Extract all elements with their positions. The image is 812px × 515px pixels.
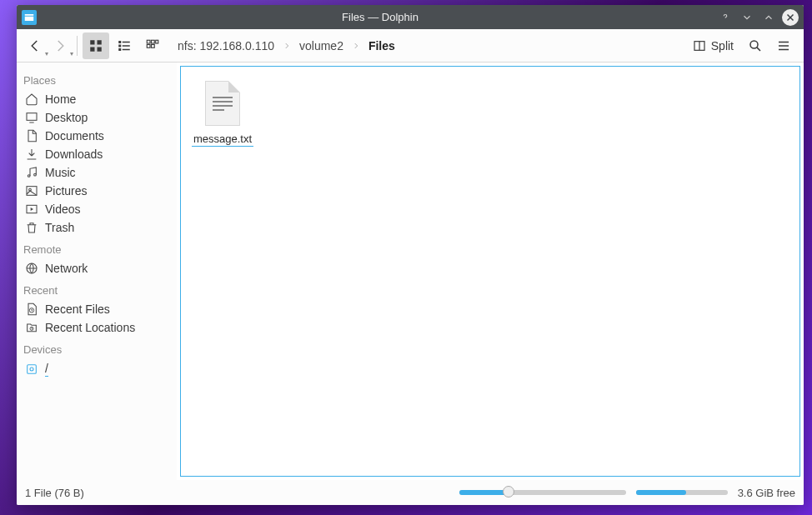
svg-rect-5 — [123, 41, 130, 42]
help-button[interactable] — [717, 9, 734, 26]
breadcrumb-item[interactable]: Files — [365, 38, 398, 54]
svg-point-16 — [750, 41, 758, 48]
sidebar-item-label: Music — [45, 166, 76, 179]
app-icon — [22, 10, 37, 25]
file-name-label: message.txt — [192, 132, 253, 147]
breadcrumb-item[interactable]: nfs: 192.168.0.110 — [174, 38, 278, 54]
places-panel: PlacesHomeDesktopDocumentsDownloadsMusic… — [17, 62, 177, 480]
svg-point-27 — [30, 368, 33, 371]
sidebar-item-desktop[interactable]: Desktop — [17, 108, 177, 127]
svg-rect-4 — [118, 41, 121, 43]
separator — [77, 36, 78, 56]
svg-rect-9 — [123, 48, 130, 50]
svg-rect-6 — [118, 44, 121, 47]
chevron-right-icon — [350, 42, 362, 50]
icons-view-button[interactable] — [83, 32, 109, 59]
home-icon — [25, 92, 38, 106]
picture-icon — [25, 184, 38, 198]
sidebar-item-home[interactable]: Home — [17, 90, 177, 108]
sidebar-item-videos[interactable]: Videos — [17, 200, 177, 218]
sidebar-item-label: Downloads — [45, 148, 103, 161]
recent-file-icon — [25, 302, 38, 316]
status-info: 1 File (76 B) — [25, 487, 449, 499]
breadcrumb-item[interactable]: volume2 — [296, 38, 347, 54]
compact-view-button[interactable] — [111, 32, 138, 59]
zoom-slider[interactable] — [459, 490, 626, 495]
svg-rect-7 — [123, 45, 130, 47]
split-button[interactable]: Split — [686, 36, 740, 56]
sidebar-item-trash[interactable]: Trash — [17, 218, 177, 237]
network-icon — [25, 262, 38, 275]
split-label: Split — [711, 39, 734, 52]
sidebar-section-remote: Remote — [17, 237, 177, 259]
content-area: PlacesHomeDesktopDocumentsDownloadsMusic… — [17, 62, 804, 480]
disk-usage-bar — [636, 490, 728, 495]
sidebar-item-documents[interactable]: Documents — [17, 127, 177, 145]
svg-rect-13 — [147, 44, 150, 48]
text-file-icon — [203, 78, 243, 128]
sidebar-item-label: Recent Files — [45, 302, 110, 316]
sidebar-item-recent-files[interactable]: Recent Files — [17, 300, 177, 318]
svg-rect-14 — [152, 44, 155, 48]
sidebar-item-network[interactable]: Network — [17, 259, 177, 278]
menu-button[interactable] — [770, 32, 797, 59]
titlebar[interactable]: Files — Dolphin — [17, 5, 804, 29]
svg-rect-10 — [147, 40, 150, 43]
maximize-button[interactable] — [760, 9, 777, 26]
statusbar: 1 File (76 B) 3.6 GiB free — [17, 480, 804, 505]
sidebar-item-label: Trash — [45, 221, 74, 234]
disk-icon — [25, 362, 38, 376]
document-icon — [25, 129, 38, 142]
sidebar-item-downloads[interactable]: Downloads — [17, 145, 177, 163]
back-button[interactable]: ▾ — [23, 32, 47, 59]
trash-icon — [25, 221, 38, 234]
svg-rect-2 — [90, 47, 94, 51]
svg-rect-1 — [98, 40, 102, 44]
sidebar-item-label: Documents — [45, 129, 104, 142]
forward-button[interactable]: ▾ — [48, 32, 72, 59]
close-button[interactable] — [782, 9, 799, 26]
toolbar: ▾ ▾ nfs: 192.168.0.110volume2Files Split — [17, 29, 804, 62]
sidebar-item-label: / — [45, 362, 48, 377]
file-item[interactable]: message.txt — [189, 75, 256, 150]
download-icon — [25, 148, 38, 161]
svg-rect-3 — [98, 47, 102, 51]
music-icon — [25, 166, 38, 179]
sidebar-item-pictures[interactable]: Pictures — [17, 182, 177, 200]
chevron-right-icon — [281, 42, 293, 50]
svg-rect-12 — [156, 40, 158, 43]
sidebar-item-label: Recent Locations — [45, 321, 135, 334]
sidebar-item-label: Network — [45, 262, 88, 275]
dolphin-window: Files — Dolphin ▾ ▾ — [17, 5, 804, 505]
svg-rect-11 — [152, 40, 155, 43]
sidebar-item-music[interactable]: Music — [17, 163, 177, 182]
breadcrumb: nfs: 192.168.0.110volume2Files — [168, 38, 684, 54]
details-view-button[interactable] — [139, 32, 166, 59]
svg-rect-8 — [118, 48, 121, 51]
window-title: Files — Dolphin — [43, 11, 717, 23]
svg-point-19 — [34, 173, 37, 176]
sidebar-item-label: Videos — [45, 202, 81, 216]
sidebar-section-recent: Recent — [17, 278, 177, 300]
desktop-icon — [25, 111, 38, 124]
video-icon — [25, 202, 38, 216]
minimize-button[interactable] — [739, 9, 755, 26]
recent-loc-icon — [25, 321, 38, 334]
svg-point-18 — [28, 175, 30, 178]
sidebar-item--[interactable]: / — [17, 359, 177, 379]
svg-rect-17 — [27, 113, 37, 121]
sidebar-section-devices: Devices — [17, 337, 177, 359]
sidebar-item-label: Pictures — [45, 184, 88, 198]
search-button[interactable] — [742, 32, 769, 59]
sidebar-item-label: Desktop — [45, 111, 88, 124]
svg-rect-0 — [90, 40, 94, 44]
svg-rect-26 — [28, 365, 37, 374]
file-view[interactable]: message.txt — [180, 66, 800, 477]
sidebar-item-recent-locations[interactable]: Recent Locations — [17, 318, 177, 337]
sidebar-item-label: Home — [45, 92, 76, 106]
free-space-label: 3.6 GiB free — [738, 487, 795, 499]
sidebar-section-places: Places — [17, 68, 177, 90]
